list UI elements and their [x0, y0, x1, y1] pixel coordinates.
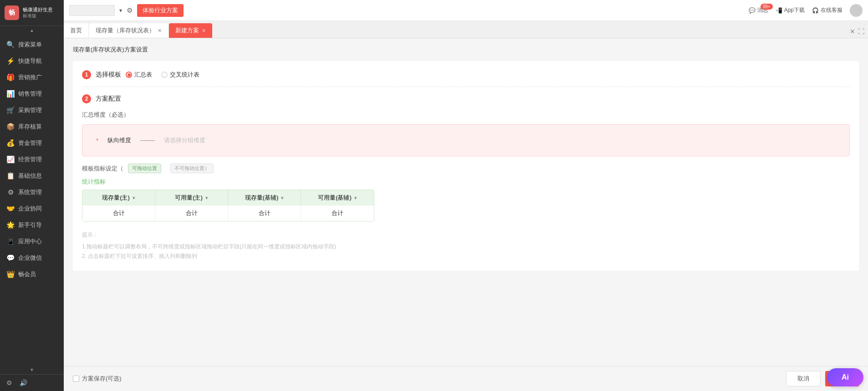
sidebar-item-basic[interactable]: 📋 基础信息	[0, 168, 64, 184]
stats-col-2-label: 可用量(主)	[175, 194, 203, 202]
sidebar-logo: 畅	[5, 5, 19, 20]
sidebar-item-marketing[interactable]: 🎁 营销推广	[0, 69, 64, 86]
indicators-config: 模板指标设定（ 可拖动位置 不可拖动位置） 统计指标 现存量(主) ▾ 可用量(…	[82, 164, 850, 223]
step2-label: 方案配置	[96, 95, 121, 103]
sidebar-item-inventory[interactable]: 📦 库存核算	[0, 118, 64, 135]
cancel-button[interactable]: 取消	[786, 371, 821, 386]
topbar: ▾ ⚙ 体验行业方案 💬 消息 99+ 📲 App下载 🎧 在线客服	[64, 0, 868, 21]
radio-summary[interactable]: 汇总表	[126, 71, 152, 79]
message-badge: 99+	[761, 4, 773, 10]
tab-new-plan[interactable]: 新建方案 ✕	[169, 23, 212, 38]
draggable-tag: 可拖动位置	[128, 164, 161, 173]
sidebar-item-search[interactable]: 🔍 搜索菜单	[0, 36, 64, 53]
sidebar-item-system[interactable]: ⚙ 系统管理	[0, 184, 64, 201]
dimension-arrow: ——	[140, 136, 155, 144]
app-name: 畅康通好生意	[23, 6, 53, 13]
radio-cross-circle	[161, 72, 168, 78]
sidebar-item-operations[interactable]: 📈 经营管理	[0, 151, 64, 168]
stats-table-body: 合计 合计 合计 合计	[82, 206, 374, 221]
finance-icon: 💰	[6, 139, 15, 147]
sidebar-item-label: 销售管理	[18, 90, 42, 98]
col-2-dropdown-icon[interactable]: ▾	[205, 195, 208, 201]
tips-item-2: 2. 点击标题栏下拉可设置排序、插入列和删除列	[82, 252, 850, 262]
radio-summary-label: 汇总表	[134, 71, 152, 79]
wechat-icon: 💬	[6, 254, 15, 262]
topbar-dropdown-arrow[interactable]: ▾	[119, 7, 122, 14]
tab-new-plan-label: 新建方案	[175, 26, 199, 35]
content-area: 现存量(库存状况表)方案设置 1 选择模板 汇总表 交叉统计表	[64, 38, 868, 366]
sidebar-item-sales[interactable]: 📊 销售管理	[0, 86, 64, 102]
stats-col-4-label: 可用量(基辅)	[318, 194, 352, 202]
tips-title: 提示：	[82, 230, 850, 240]
online-service-button[interactable]: 🎧 在线客服	[812, 6, 842, 14]
step1-label: 选择模板	[96, 71, 121, 79]
col-1-dropdown-icon[interactable]: ▾	[133, 195, 135, 201]
settings-icon[interactable]: ⚙	[6, 379, 12, 386]
industry-plan-button[interactable]: 体验行业方案	[137, 4, 184, 17]
sidebar-item-label: 企业协同	[18, 205, 42, 213]
col-3-dropdown-icon[interactable]: ▾	[281, 195, 284, 201]
appstore-icon: 📱	[6, 237, 15, 246]
radio-cross[interactable]: 交叉统计表	[161, 71, 199, 79]
system-icon: ⚙	[6, 188, 15, 196]
sidebar-nav: 🔍 搜索菜单 ⚡ 快捷导航 🎁 营销推广 📊 销售管理 🛒 采购管理 📦 库存核…	[0, 35, 64, 365]
topbar-right: 💬 消息 99+ 📲 App下载 🎧 在线客服	[749, 4, 863, 17]
topbar-settings-icon[interactable]: ⚙	[127, 6, 133, 15]
sound-icon[interactable]: 🔊	[20, 379, 27, 386]
message-icon: 💬	[749, 7, 756, 14]
save-checkbox-box[interactable]	[73, 376, 79, 382]
sidebar-item-finance[interactable]: 💰 资金管理	[0, 135, 64, 151]
sidebar-item-coop[interactable]: 🤝 企业协同	[0, 201, 64, 217]
basic-icon: 📋	[6, 172, 15, 180]
sidebar-item-quick-nav[interactable]: ⚡ 快捷导航	[0, 53, 64, 69]
save-option-label: 方案保存(可选)	[82, 375, 122, 383]
window-close-icon[interactable]: ✕	[850, 28, 855, 35]
sidebar-item-label: 基础信息	[18, 172, 42, 180]
non-draggable-tag: 不可拖动位置）	[170, 164, 214, 173]
tab-home[interactable]: 首页	[64, 23, 88, 38]
sidebar-item-label: 新手引导	[18, 221, 42, 229]
dimension-box[interactable]: * 纵向维度 —— 请选择分组维度	[82, 124, 850, 156]
radio-cross-label: 交叉统计表	[170, 71, 199, 79]
sidebar-item-label: 企业微信	[18, 254, 42, 262]
sidebar-item-guide[interactable]: 🌟 新手引导	[0, 217, 64, 233]
ai-float-label: Ai	[842, 373, 849, 381]
messages-button[interactable]: 💬 消息 99+	[749, 6, 768, 14]
service-label: 在线客服	[821, 6, 842, 14]
step2-header: 2 方案配置	[82, 94, 850, 103]
window-expand-icon[interactable]: ⛶	[858, 28, 864, 35]
tab-inventory-close-icon[interactable]: ✕	[158, 28, 162, 34]
sidebar-item-appstore[interactable]: 📱 应用中心	[0, 233, 64, 250]
tab-inventory-status[interactable]: 现存量（库存状况表） ✕	[89, 23, 168, 38]
col-4-dropdown-icon[interactable]: ▾	[354, 195, 357, 201]
search-icon: 🔍	[6, 41, 15, 49]
sidebar-item-member[interactable]: 👑 畅会员	[0, 266, 64, 283]
stats-col-2-header[interactable]: 可用量(主) ▾	[155, 190, 228, 206]
user-avatar[interactable]	[850, 4, 863, 17]
stats-col-4-header[interactable]: 可用量(基辅) ▾	[301, 190, 374, 206]
sidebar-item-label: 快捷导航	[18, 57, 42, 65]
app-download-button[interactable]: 📲 App下载	[776, 6, 805, 14]
stats-col-1-label: 现存量(主)	[102, 194, 130, 202]
save-option-checkbox[interactable]: 方案保存(可选)	[73, 375, 122, 383]
service-icon: 🎧	[812, 7, 819, 14]
dimension-section-title: 汇总维度（必选）	[82, 111, 850, 119]
sidebar-item-purchase[interactable]: 🛒 采购管理	[0, 102, 64, 118]
dimension-label: 纵向维度	[107, 136, 131, 144]
sidebar-item-wechat[interactable]: 💬 企业微信	[0, 250, 64, 266]
dimension-placeholder: 请选择分组维度	[164, 136, 205, 144]
required-mark: *	[96, 137, 98, 144]
page-title: 现存量(库存状况表)方案设置	[73, 46, 859, 54]
stats-col-1-header[interactable]: 现存量(主) ▾	[82, 190, 155, 206]
tab-bar: 首页 现存量（库存状况表） ✕ 新建方案 ✕ ✕ ⛶	[64, 21, 868, 38]
app-edition: 标准版	[23, 13, 53, 19]
tab-new-plan-close-icon[interactable]: ✕	[202, 28, 206, 34]
stats-col-2-body: 合计	[155, 206, 228, 221]
stats-col-3-header[interactable]: 现存量(基辅) ▾	[228, 190, 301, 206]
scroll-up-btn[interactable]: ▲	[0, 26, 64, 35]
tab-inventory-label: 现存量（库存状况表）	[96, 26, 155, 35]
topbar-search-input[interactable]	[69, 5, 115, 16]
scroll-down-btn[interactable]: ▼	[0, 365, 64, 374]
ai-float-button[interactable]: Ai	[827, 368, 863, 386]
divider-1	[82, 87, 850, 87]
